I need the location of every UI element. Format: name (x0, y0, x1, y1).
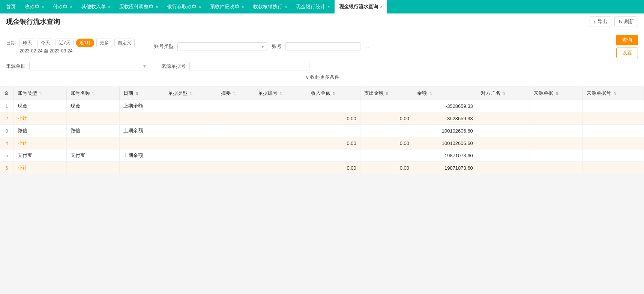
account-input[interactable] (285, 42, 360, 51)
cell-date (120, 162, 164, 174)
cell-summary (217, 149, 254, 162)
cell-summary (217, 112, 254, 125)
table-row[interactable]: 4小计0.000.00100102606.60 (0, 137, 644, 149)
col-balance: 余额 ⇅ (413, 87, 477, 100)
col-balance-label: 余额 (417, 90, 427, 96)
nav-tab-label: 银行存取款单 (167, 3, 197, 10)
close-icon[interactable]: × (156, 4, 158, 9)
close-icon[interactable]: × (327, 4, 330, 9)
close-icon[interactable]: × (199, 4, 201, 9)
date-btn-yesterday[interactable]: 昨天 (20, 39, 35, 47)
filter-row-1: 日期 昨天 今天 近7天 近1月 更多 自定义 2023-02-24 至 202… (6, 35, 638, 58)
sort-icon[interactable]: ⇅ (613, 91, 616, 96)
cell-source-doc (530, 137, 583, 149)
sort-icon[interactable]: ⇅ (92, 91, 95, 96)
col-account-name-label: 账号名称 (71, 90, 90, 96)
export-button[interactable]: ↑ 导出 (590, 16, 612, 27)
cell-doc-type (164, 112, 217, 125)
cell-date (120, 112, 164, 125)
sort-icon[interactable]: ⇅ (190, 91, 193, 96)
nav-tab-shoukuandan[interactable]: 收款单 × (20, 0, 48, 13)
cell-counterparty (477, 100, 530, 112)
sort-icon[interactable]: ⇅ (333, 91, 336, 96)
collapse-bar[interactable]: ∧ 收起更多条件 (6, 72, 638, 82)
nav-tab-xjyhtj[interactable]: 现金银行统计 × (291, 0, 334, 13)
account-type-select[interactable]: ▾ (177, 42, 267, 51)
date-btn-1month[interactable]: 近1月 (76, 39, 95, 47)
refresh-button[interactable]: ↻ 刷新 (614, 16, 638, 27)
source-doc-label: 来源单据 (6, 63, 26, 70)
sort-icon[interactable]: ⇅ (429, 91, 432, 96)
close-icon[interactable]: × (42, 4, 44, 9)
nav-tab-label: 预收冲应收单 (210, 3, 239, 10)
sort-icon[interactable]: ⇅ (555, 91, 558, 96)
cell-date: 上期余额 (120, 149, 164, 162)
cell-account-name: 支付宝 (66, 149, 119, 162)
sort-icon[interactable]: ⇅ (39, 91, 42, 96)
nav-tab-yschong[interactable]: 预收冲应收单 × (206, 0, 248, 13)
nav-home-label: 首页 (6, 3, 16, 10)
sort-icon[interactable]: ⇅ (280, 91, 283, 96)
cell-source-doc-no (583, 100, 644, 112)
cell-account-name (66, 112, 119, 125)
query-button[interactable]: 查询 (616, 35, 638, 45)
cell-account-type: 微信 (14, 125, 66, 137)
nav-tab-ysyf[interactable]: 应收应付调整单 × (115, 0, 162, 13)
nav-tab-yhcq[interactable]: 银行存取款单 × (163, 0, 206, 13)
source-doc-no-input[interactable] (189, 62, 309, 70)
cell-account-name: 微信 (66, 125, 119, 137)
col-source-doc: 来源单据 ⇅ (530, 87, 583, 100)
table-row[interactable]: 2小计0.000.00-3528659.33 (0, 112, 644, 125)
cell-source-doc-no (583, 149, 644, 162)
cell-balance: 100102606.60 (413, 125, 477, 137)
cell-source-doc-no (583, 112, 644, 125)
page-header: 现金银行流水查询 ↑ 导出 ↻ 刷新 (0, 13, 644, 30)
date-btn-more[interactable]: 更多 (96, 39, 112, 47)
nav-tab-xjyhls[interactable]: 现金银行流水查询 × (335, 0, 387, 13)
col-summary: 摘要 ⇅ (217, 87, 254, 100)
close-icon[interactable]: × (380, 4, 383, 9)
export-icon: ↑ (594, 19, 596, 25)
cell-summary (217, 125, 254, 137)
cell-summary (217, 100, 254, 112)
nav-tab-qitasr[interactable]: 其他收入单 × (77, 0, 115, 13)
nav-tab-hxzx[interactable]: 收款核销执行 × (249, 0, 291, 13)
nav-home[interactable]: 首页 (2, 0, 20, 13)
close-icon[interactable]: × (70, 4, 72, 9)
more-options-icon[interactable]: ... (363, 43, 371, 50)
cell-income (307, 149, 360, 162)
date-label: 日期 (6, 40, 16, 46)
col-doc-type-label: 单据类型 (168, 90, 188, 96)
settings-button[interactable]: 设置 (616, 48, 638, 58)
date-btn-today[interactable]: 今天 (38, 39, 53, 47)
gear-icon[interactable]: ⚙ (4, 90, 9, 96)
close-icon[interactable]: × (285, 4, 287, 9)
cell-date: 上期余额 (120, 125, 164, 137)
close-icon[interactable]: × (242, 4, 244, 9)
col-doc-type: 单据类型 ⇅ (164, 87, 217, 100)
table-row[interactable]: 3微信微信上期余额100102606.60 (0, 125, 644, 137)
col-counterparty-label: 对方户名 (481, 90, 500, 96)
col-date: 日期 ⇅ (120, 87, 164, 100)
account-type-label: 账号类型 (154, 43, 174, 50)
collapse-label: 收起更多条件 (310, 74, 339, 81)
nav-tab-fukuandan[interactable]: 付款单 × (48, 0, 77, 13)
cell-account-type: 支付宝 (14, 149, 66, 162)
page-title: 现金银行流水查询 (6, 17, 60, 26)
sort-icon[interactable]: ⇅ (502, 91, 505, 96)
cell-counterparty (477, 149, 530, 162)
date-btn-7days[interactable]: 近7天 (56, 39, 74, 47)
header-actions: ↑ 导出 ↻ 刷新 (590, 16, 638, 27)
sort-icon[interactable]: ⇅ (233, 91, 236, 96)
table-row[interactable]: 6小计0.000.0019871073.60 (0, 162, 644, 174)
date-btn-custom[interactable]: 自定义 (114, 39, 135, 47)
col-settings: ⚙ (0, 87, 14, 100)
sort-icon[interactable]: ⇅ (135, 91, 138, 96)
cell-source-doc (530, 100, 583, 112)
sort-icon[interactable]: ⇅ (386, 91, 389, 96)
source-doc-select[interactable]: ▾ (29, 62, 149, 70)
close-icon[interactable]: × (108, 4, 110, 9)
nav-tab-label: 其他收入单 (81, 3, 106, 10)
table-row[interactable]: 5支付宝支付宝上期余额19871073.60 (0, 149, 644, 162)
table-row[interactable]: 1现金现金上期余额-3528659.33 (0, 100, 644, 112)
